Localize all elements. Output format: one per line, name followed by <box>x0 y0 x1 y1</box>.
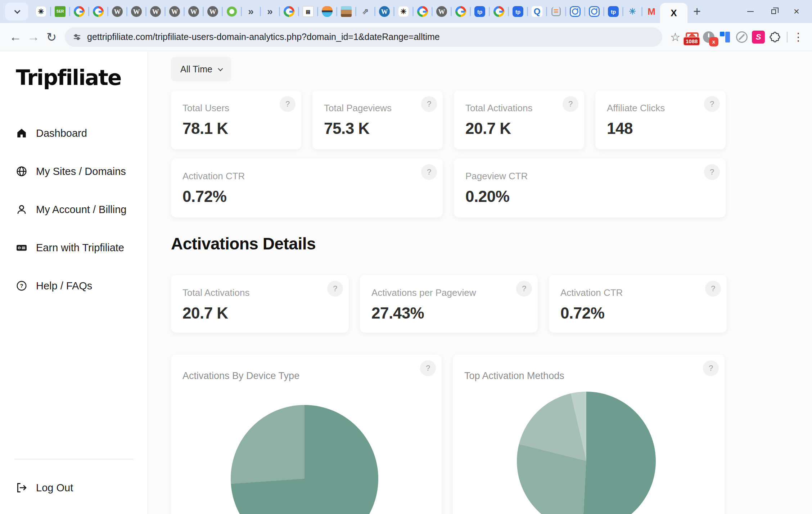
tab-separator <box>374 7 375 16</box>
tab-strip-tabs: ✳SERWWWWWW»»▤⇗W✳WtptpQ≡tp☀MX <box>35 0 688 23</box>
google-favicon-icon <box>455 6 466 17</box>
pinned-tab-green-ring[interactable] <box>225 1 238 22</box>
address-bar[interactable]: gettripfiliate.com/tripfiliate-users-dom… <box>65 27 662 47</box>
gmail-unread-badge: 1088 <box>683 37 700 46</box>
pinned-tab-rays[interactable]: ☀ <box>626 1 639 22</box>
luggage-favicon-icon: ⇗ <box>360 6 371 17</box>
bookmark-star-icon[interactable]: ☆ <box>667 28 684 46</box>
sidebar-item-my-account-billing[interactable]: My Account / Billing <box>0 198 148 221</box>
back-button[interactable]: ← <box>6 28 24 46</box>
pinned-tab-wp-gray[interactable]: W <box>206 1 219 22</box>
help-icon[interactable]: ? <box>327 281 343 297</box>
pinned-tab-tp[interactable]: tp <box>607 1 620 22</box>
forward-button[interactable]: → <box>24 28 42 46</box>
logout-button[interactable]: Log Out <box>16 476 73 499</box>
svg-text:$: $ <box>18 246 20 249</box>
rays-favicon-icon: ☀ <box>627 6 638 17</box>
slashed-circle-extension-icon[interactable] <box>734 28 750 46</box>
power-extension-icon[interactable]: x <box>700 28 717 46</box>
extensions-menu-button[interactable] <box>767 28 783 46</box>
gmail-checker-extension-icon[interactable]: 1088 <box>684 28 700 46</box>
pinned-tab-wp-gray[interactable]: W <box>435 1 448 22</box>
restore-icon <box>771 9 776 14</box>
tab-separator <box>336 7 337 16</box>
pinned-tab-ff[interactable]: » <box>244 1 257 22</box>
help-icon[interactable]: ? <box>704 96 720 112</box>
tab-search-button[interactable] <box>5 3 28 21</box>
google-favicon-icon <box>493 6 504 17</box>
pinned-tab-google[interactable] <box>454 1 467 22</box>
pinned-tab-wp-gray[interactable]: W <box>130 1 143 22</box>
pinned-tab-wp-blue[interactable]: W <box>378 1 391 22</box>
tp-favicon-icon: tp <box>474 6 485 17</box>
pinned-tab-google[interactable] <box>416 1 429 22</box>
pinned-tab-stackoverflow[interactable]: ≡ <box>550 1 563 22</box>
help-icon[interactable]: ? <box>705 281 721 297</box>
pinned-tab-wp-gray[interactable]: W <box>187 1 200 22</box>
google-favicon-icon <box>284 6 294 17</box>
pinned-tab-roadmap[interactable]: ▤ <box>302 1 315 22</box>
minimize-button[interactable] <box>744 5 757 18</box>
stat-label: Total Users <box>182 103 290 114</box>
help-icon[interactable]: ? <box>421 96 437 112</box>
pinned-tab-google[interactable] <box>73 1 86 22</box>
pinned-tab-wp-gray[interactable]: W <box>149 1 162 22</box>
activation-methods-chart-card: ? Top Activation Methods <box>453 355 725 514</box>
sidebar-item-help-faqs[interactable]: ? Help / FAQs <box>0 274 148 297</box>
help-icon[interactable]: ? <box>703 360 719 376</box>
sidebar-item-my-sites-domains[interactable]: My Sites / Domains <box>0 160 148 183</box>
help-icon[interactable]: ? <box>420 360 436 376</box>
pinned-tab-chatgpt[interactable]: ✳ <box>397 1 410 22</box>
window-controls: × <box>744 5 812 18</box>
globe-icon <box>16 166 27 177</box>
reload-button[interactable]: ↻ <box>42 28 60 46</box>
help-icon[interactable]: ? <box>704 164 720 180</box>
pinned-tab-photo[interactable] <box>340 1 353 22</box>
sidebar-item-dashboard[interactable]: Dashboard <box>0 122 148 145</box>
pinned-tab-wp-gray[interactable]: W <box>111 1 124 22</box>
date-range-dropdown[interactable]: All Time <box>171 57 231 81</box>
new-tab-button[interactable]: + <box>693 5 701 18</box>
restore-button[interactable] <box>767 5 780 18</box>
pinned-tab-tp[interactable]: tp <box>473 1 486 22</box>
puzzle-icon <box>769 31 781 43</box>
help-icon[interactable]: ? <box>280 96 296 112</box>
pinned-tab-ff[interactable]: » <box>263 1 276 22</box>
pinned-tab-travel-pin[interactable] <box>321 1 334 22</box>
blue-bars-extension-icon[interactable] <box>717 28 734 46</box>
pinned-tab-tp[interactable]: tp <box>511 1 524 22</box>
pinned-tab-chatgpt[interactable]: ✳ <box>35 1 48 22</box>
wp-gray-favicon-icon: W <box>436 6 447 17</box>
stat-value: 0.72% <box>560 304 715 322</box>
pinned-tab-luggage[interactable]: ⇗ <box>359 1 372 22</box>
pinned-tab-google[interactable] <box>283 1 296 22</box>
pinned-tab-wp-gray[interactable]: W <box>168 1 181 22</box>
close-button[interactable]: × <box>790 5 803 18</box>
google-favicon-icon <box>93 6 104 17</box>
pinned-tab-ser[interactable]: SER <box>54 1 67 22</box>
sidebar-item-earn-with-tripfiliate[interactable]: $ Earn with Tripfiliate <box>0 236 148 259</box>
tab-separator <box>88 7 89 16</box>
active-tab-site-x[interactable]: X <box>660 3 687 23</box>
pinned-tab-q[interactable]: Q <box>531 1 543 22</box>
pinned-tab-google[interactable] <box>492 1 505 22</box>
stat-card-total-activations: ? Total Activations 20.7 K <box>454 90 584 149</box>
instagram-favicon-icon <box>570 6 581 17</box>
pinned-tab-google[interactable] <box>92 1 105 22</box>
help-icon[interactable]: ? <box>563 96 578 112</box>
activation-details-row: ? Total Activations 20.7 K ? Activations… <box>171 275 727 333</box>
tab-separator <box>126 7 127 16</box>
pink-extension-icon[interactable]: S <box>750 28 767 46</box>
tab-strip: ✳SERWWWWWW»»▤⇗W✳WtptpQ≡tp☀MX + × <box>0 0 812 23</box>
tab-separator <box>50 7 51 16</box>
site-settings-icon[interactable] <box>73 33 81 41</box>
stat-value: 75.3 K <box>324 120 431 137</box>
browser-menu-button[interactable]: ⋮ <box>791 28 806 46</box>
pinned-tab-instagram[interactable] <box>569 1 582 22</box>
help-icon[interactable]: ? <box>516 281 532 297</box>
pinned-tab-instagram[interactable] <box>588 1 601 22</box>
pink-s-icon: S <box>752 31 765 44</box>
help-icon[interactable]: ? <box>421 164 437 180</box>
pinned-tab-gmail[interactable]: M <box>645 1 658 22</box>
url-text: gettripfiliate.com/tripfiliate-users-dom… <box>87 32 440 42</box>
